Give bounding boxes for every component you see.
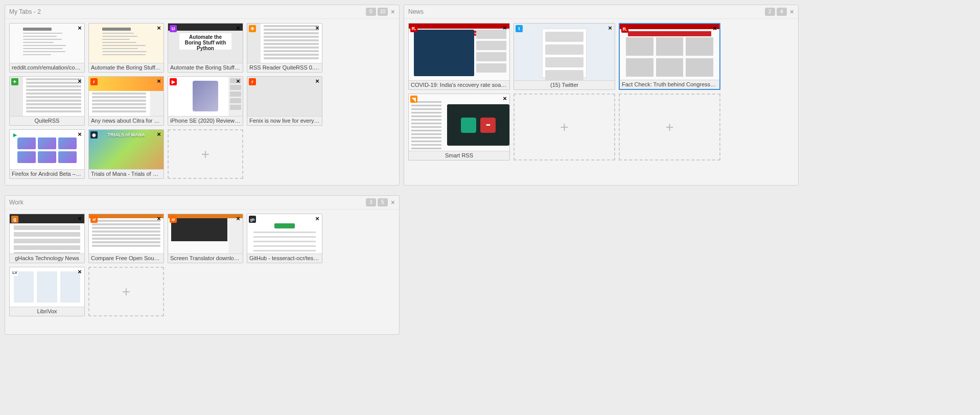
tab-group-work: Work35×g×gHacks Technology Newssf×Compar… — [5, 195, 400, 335]
tab-tile[interactable]: r×Fenix is now live for everyone in — [247, 76, 322, 126]
tab-thumbnail: R.× — [620, 24, 719, 80]
group-tiles: 'Have Flattened The Curve'R.×COVID-19: I… — [404, 19, 798, 165]
tab-thumbnail: gh× — [247, 214, 322, 253]
tab-thumbnail: r× — [89, 77, 164, 116]
tab-title: iPhone SE (2020) Review: It All — [168, 116, 243, 125]
close-tab-icon[interactable]: × — [77, 269, 83, 275]
group-badge: 3 — [366, 198, 376, 206]
tab-tile[interactable]: •••◥×Smart RSS — [408, 94, 510, 160]
rss-icon: ✦ — [11, 78, 18, 85]
tab-tile[interactable]: g×gHacks Technology News — [9, 214, 85, 263]
republic-icon: R. — [410, 25, 417, 32]
tab-title: (15) Twitter — [514, 80, 615, 89]
close-group-icon[interactable]: × — [391, 199, 395, 206]
close-tab-icon[interactable]: × — [156, 78, 162, 84]
tab-group-news: News24×'Have Flattened The Curve'R.×COVI… — [404, 5, 799, 186]
tab-tile[interactable]: 'Have Flattened The Curve'R.×COVID-19: I… — [408, 23, 510, 90]
close-tab-icon[interactable]: × — [77, 25, 83, 31]
tab-tile[interactable]: LV×LibriVox — [9, 267, 85, 316]
group-title: News — [408, 5, 763, 18]
close-tab-icon[interactable]: × — [77, 216, 83, 222]
tab-thumbnail: ▶× — [10, 130, 84, 169]
close-tab-icon[interactable]: × — [156, 216, 162, 222]
rss-icon: ◥ — [410, 96, 417, 103]
close-tab-icon[interactable]: × — [502, 96, 508, 102]
tab-title: RSS Reader QuiteRSS 0.19.4 c — [247, 63, 322, 72]
play-store-icon: ▶ — [11, 131, 18, 139]
close-tab-icon[interactable]: × — [235, 216, 241, 222]
group-badge: 5 — [378, 198, 388, 206]
group-badge: 0 — [366, 8, 376, 16]
close-tab-icon[interactable]: × — [77, 78, 83, 84]
tab-tile[interactable]: sf×Compare Free Open Source So — [88, 214, 164, 263]
tab-thumbnail: sf× — [168, 214, 243, 253]
tab-thumbnail: 'Have Flattened The Curve'R.× — [409, 24, 509, 80]
group-tiles: ×reddit.com/r/emulation/commen×Automate … — [5, 19, 399, 183]
tab-tile[interactable]: TRIALS of MANA◉×Trials of Mana - Trials … — [88, 129, 164, 179]
add-tab-button[interactable]: + — [514, 94, 615, 160]
close-tab-icon[interactable]: × — [502, 25, 508, 31]
close-tab-icon[interactable]: × — [235, 78, 241, 84]
group-tiles: g×gHacks Technology Newssf×Compare Free … — [5, 210, 399, 320]
tab-tile[interactable]: Automate the Boring Stuff with PythonU×A… — [168, 23, 243, 73]
group-header[interactable]: News24× — [404, 5, 798, 19]
rss-icon: ⚛ — [249, 25, 256, 32]
udemy-icon: U — [170, 25, 177, 32]
tab-tile[interactable]: R.×Fact Check: Truth behind Congress cla… — [619, 23, 720, 90]
tab-tile[interactable]: sf×Screen Translator download | S — [168, 214, 243, 263]
reddit-icon: r — [249, 78, 256, 85]
close-tab-icon[interactable]: × — [77, 131, 83, 137]
tab-tile[interactable]: ▶×Firefox for Android Beta – Apps — [9, 129, 85, 179]
tab-title: Trials of Mana - Trials of Mana F — [89, 169, 164, 178]
group-header[interactable]: My Tabs - 2010× — [5, 5, 399, 19]
tab-group-mytabs: My Tabs - 2010××reddit.com/r/emulation/c… — [5, 5, 400, 186]
steam-icon: ◉ — [90, 131, 98, 139]
github-icon: gh — [249, 216, 256, 223]
tab-title: Firefox for Android Beta – Apps — [10, 169, 84, 178]
tab-title: Fact Check: Truth behind Congress claim … — [620, 80, 719, 89]
close-tab-icon[interactable]: × — [156, 131, 162, 137]
add-tab-button[interactable]: + — [168, 129, 243, 179]
tab-thumbnail: × — [10, 24, 84, 63]
group-header[interactable]: Work35× — [5, 196, 399, 210]
close-tab-icon[interactable]: × — [314, 78, 320, 84]
tab-tile[interactable]: ✦×QuiteRSS — [9, 76, 85, 126]
tab-title: Fenix is now live for everyone in — [247, 116, 322, 125]
tab-title: reddit.com/r/emulation/commen — [10, 63, 84, 72]
add-tab-placeholder[interactable]: + — [619, 94, 720, 160]
youtube-icon: ▶ — [170, 78, 177, 85]
close-tab-icon[interactable]: × — [156, 25, 162, 31]
tab-thumbnail: •••◥× — [409, 94, 509, 151]
tab-tile[interactable]: ×reddit.com/r/emulation/commen — [9, 23, 85, 73]
close-tab-icon[interactable]: × — [314, 25, 320, 31]
tab-thumbnail: ⚛× — [247, 24, 322, 63]
tab-tile[interactable]: ⚛×RSS Reader QuiteRSS 0.19.4 c — [247, 23, 322, 73]
group-title: My Tabs - 2 — [9, 5, 364, 18]
tab-title: Automate the Boring Stuff with P — [168, 63, 243, 72]
tab-tile[interactable]: gh×GitHub - tesseract-ocr/tesserac — [247, 214, 322, 263]
tab-title: gHacks Technology News — [10, 253, 84, 263]
add-tab-button[interactable]: + — [88, 267, 164, 316]
tab-title: Smart RSS — [409, 151, 509, 160]
tab-tile[interactable]: r×Any news about Citra for androi — [88, 76, 164, 126]
tab-tile[interactable]: t×(15) Twitter — [514, 23, 615, 90]
republic-icon: R. — [621, 26, 628, 33]
close-tab-icon[interactable]: × — [607, 25, 613, 31]
close-tab-icon[interactable]: × — [314, 216, 320, 222]
tab-thumbnail: LV× — [10, 267, 84, 307]
tab-tile[interactable]: ▶×iPhone SE (2020) Review: It All — [168, 76, 243, 126]
twitter-icon: t — [516, 25, 523, 32]
close-tab-icon[interactable]: × — [712, 26, 718, 32]
sourceforge-icon: sf — [90, 216, 98, 223]
close-group-icon[interactable]: × — [790, 8, 794, 15]
tab-thumbnail: ✦× — [10, 77, 84, 116]
tab-thumbnail: t× — [514, 24, 615, 80]
tab-title: GitHub - tesseract-ocr/tesserac — [247, 253, 322, 263]
tab-tile[interactable]: ×Automate the Boring Stuff with P — [88, 23, 164, 73]
librivox-icon: LV — [11, 269, 18, 276]
close-tab-icon[interactable]: × — [235, 25, 241, 31]
tab-thumbnail: Automate the Boring Stuff with PythonU× — [168, 24, 243, 63]
tab-title: Screen Translator download | S — [168, 253, 243, 263]
tab-thumbnail: r× — [247, 77, 322, 116]
close-group-icon[interactable]: × — [391, 8, 395, 15]
